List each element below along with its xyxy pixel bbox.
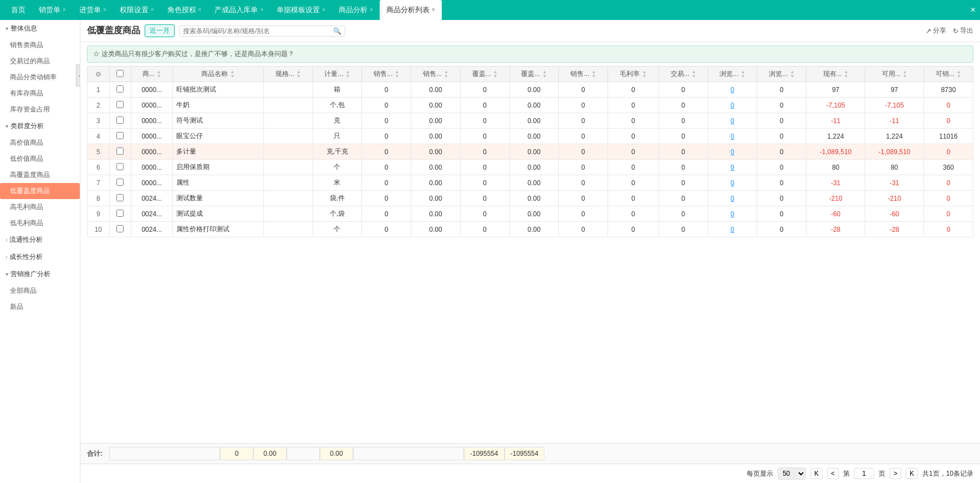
row-view1[interactable]: 0 — [708, 113, 757, 129]
row-select-checkbox[interactable] — [116, 194, 124, 201]
row-select-checkbox[interactable] — [116, 116, 124, 124]
sidebar-item-high-value[interactable]: 高价值商品 — [0, 135, 80, 151]
row-view1[interactable]: 0 — [708, 191, 757, 206]
close-icon[interactable]: × — [260, 0, 263, 20]
row-select-checkbox[interactable] — [116, 132, 124, 139]
row-select-checkbox[interactable] — [116, 210, 124, 217]
nav-tab-product[interactable]: 产成品入库单 × — [208, 0, 270, 20]
col-cover2[interactable]: 覆盖...▲▼ — [509, 67, 559, 82]
col-view1[interactable]: 浏览...▲▼ — [708, 67, 757, 82]
close-icon[interactable]: × — [198, 0, 202, 20]
col-gross[interactable]: 毛利率▲▼ — [608, 67, 659, 82]
first-page-button[interactable]: K — [810, 468, 823, 479]
col-unit[interactable]: 计量...▲▼ — [313, 67, 362, 82]
close-icon[interactable]: × — [370, 0, 373, 20]
close-icon[interactable]: × — [151, 0, 154, 20]
sidebar-item-high-margin[interactable]: 高毛利商品 — [0, 199, 80, 215]
row-checkbox-cell[interactable] — [109, 82, 131, 98]
nav-tab-template[interactable]: 单据模板设置 × — [270, 0, 332, 20]
col-checkbox[interactable] — [109, 67, 131, 82]
row-view1[interactable]: 0 — [708, 129, 757, 144]
sidebar-collapse-button[interactable]: « — [76, 64, 80, 87]
row-select-checkbox[interactable] — [116, 163, 124, 170]
row-checkbox-cell[interactable] — [109, 175, 131, 191]
sidebar-item-high-coverage[interactable]: 高覆盖度商品 — [0, 167, 80, 183]
sidebar-item-sales-goods[interactable]: 销售类商品 — [0, 37, 80, 53]
close-icon[interactable]: × — [63, 0, 66, 20]
sidebar-item-low-margin[interactable]: 低毛利商品 — [0, 215, 80, 231]
row-view1[interactable]: 0 — [708, 82, 757, 98]
close-icon[interactable]: × — [103, 0, 106, 20]
table-row: 40000...眼宝公仔只00.0000.00000001,2241,22411… — [88, 129, 973, 144]
row-select-checkbox[interactable] — [116, 225, 124, 232]
nav-tab-purchase[interactable]: 进货单 × — [73, 0, 113, 20]
nav-tab-analysis-list[interactable]: 商品分析列表 × — [380, 0, 442, 20]
col-sale-qty[interactable]: 销售...▲▼ — [362, 67, 411, 82]
close-all-button[interactable]: × — [971, 5, 976, 15]
col-sale-amt[interactable]: 销售...▲▼ — [411, 67, 461, 82]
col-sale3[interactable]: 销售...▲▼ — [559, 67, 608, 82]
row-code: 0000... — [131, 98, 172, 113]
col-name[interactable]: 商品名称▲▼ — [172, 67, 263, 82]
sidebar-item-category-rate[interactable]: 商品分类动销率 — [0, 69, 80, 85]
row-view1[interactable]: 0 — [708, 206, 757, 222]
total-cover2: 0.00 — [320, 447, 353, 460]
col-sellable[interactable]: 可销...▲▼ — [924, 67, 973, 82]
search-icon[interactable]: 🔍 — [333, 27, 341, 35]
row-checkbox-cell[interactable] — [109, 191, 131, 206]
sidebar-item-traded-goods[interactable]: 交易过的商品 — [0, 53, 80, 69]
row-select-checkbox[interactable] — [116, 101, 124, 108]
row-checkbox-cell[interactable] — [109, 160, 131, 175]
last-page-button[interactable]: K — [906, 468, 918, 479]
sidebar-group-growth[interactable]: › 成长性分析 — [0, 248, 80, 266]
sidebar-group-circulation[interactable]: › 流通性分析 — [0, 231, 80, 248]
sidebar-item-low-value[interactable]: 低价值商品 — [0, 151, 80, 167]
row-view1[interactable]: 0 — [708, 98, 757, 113]
filter-recent-month-button[interactable]: 近一月 — [145, 24, 175, 37]
export-button[interactable]: ↻ 导出 — [953, 26, 973, 35]
col-trade[interactable]: 交易...▲▼ — [659, 67, 708, 82]
sidebar-item-low-coverage[interactable]: 低覆盖度商品 — [0, 183, 80, 199]
row-select-checkbox[interactable] — [116, 179, 124, 186]
nav-tab-permissions[interactable]: 权限设置 × — [113, 0, 161, 20]
col-code[interactable]: 商...▲▼ — [131, 67, 172, 82]
nav-tab-analysis[interactable]: 商品分析 × — [332, 0, 380, 20]
sidebar-item-all-goods[interactable]: 全部商品 — [0, 283, 80, 299]
col-gear[interactable]: ⚙ — [88, 67, 110, 82]
row-select-checkbox[interactable] — [116, 148, 124, 155]
col-stock[interactable]: 现有...▲▼ — [807, 67, 865, 82]
row-checkbox-cell[interactable] — [109, 98, 131, 113]
row-checkbox-cell[interactable] — [109, 129, 131, 144]
row-view1[interactable]: 0 — [708, 160, 757, 175]
col-avail[interactable]: 可用...▲▼ — [865, 67, 924, 82]
close-icon[interactable]: × — [322, 0, 325, 20]
search-input[interactable] — [183, 27, 331, 35]
sidebar-group-overview[interactable]: ▾ 整体信息 — [0, 20, 80, 37]
col-view2[interactable]: 浏览...▲▼ — [757, 67, 807, 82]
nav-tab-home[interactable]: 首页 — [4, 0, 32, 20]
sidebar-item-in-stock[interactable]: 有库存商品 — [0, 85, 80, 101]
row-checkbox-cell[interactable] — [109, 206, 131, 222]
page-number-input[interactable] — [854, 468, 874, 479]
select-all-checkbox[interactable] — [116, 70, 124, 77]
sidebar-group-cluster[interactable]: ▾ 类群度分析 — [0, 118, 80, 135]
nav-tab-role[interactable]: 角色授权 × — [161, 0, 208, 20]
row-view1[interactable]: 0 — [708, 222, 757, 237]
row-view1[interactable]: 0 — [708, 175, 757, 191]
per-page-select[interactable]: 50 10 20 100 — [778, 467, 806, 480]
sidebar-item-stock-capital[interactable]: 库存资金占用 — [0, 101, 80, 118]
sidebar-group-marketing[interactable]: ▾ 营销推广分析 — [0, 266, 80, 283]
sidebar-item-new-goods[interactable]: 新品 — [0, 299, 80, 315]
share-button[interactable]: ↗ 分享 — [926, 26, 946, 35]
row-view1[interactable]: 0 — [708, 144, 757, 160]
col-cover1[interactable]: 覆盖...▲▼ — [460, 67, 509, 82]
prev-page-button[interactable]: < — [827, 468, 839, 479]
row-select-checkbox[interactable] — [116, 85, 124, 93]
next-page-button[interactable]: > — [890, 468, 901, 479]
nav-tab-sales[interactable]: 销货单 × — [32, 0, 73, 20]
row-checkbox-cell[interactable] — [109, 144, 131, 160]
close-icon[interactable]: × — [432, 0, 435, 20]
row-checkbox-cell[interactable] — [109, 222, 131, 237]
row-checkbox-cell[interactable] — [109, 113, 131, 129]
col-spec[interactable]: 规格...▲▼ — [263, 67, 313, 82]
